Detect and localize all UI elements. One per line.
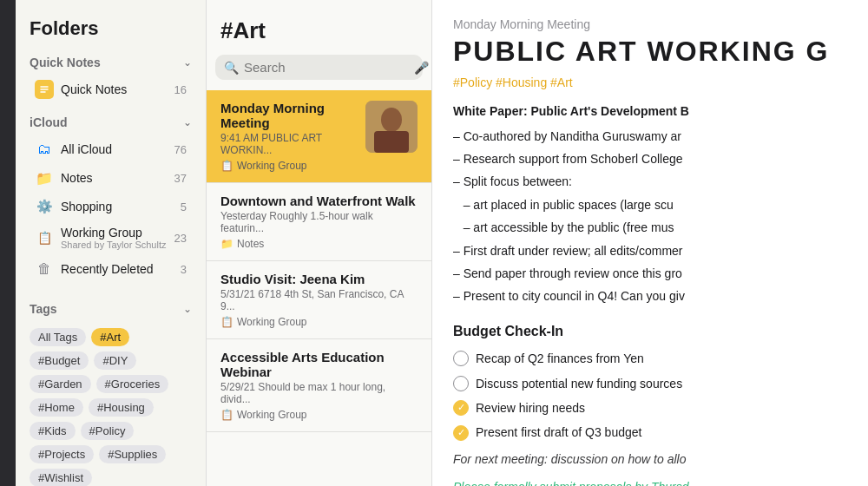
tag-projects[interactable]: #Projects — [30, 445, 94, 463]
tag-kids[interactable]: #Kids — [30, 422, 76, 440]
folder-item-quick-notes[interactable]: Quick Notes 16 — [21, 76, 201, 103]
content-title: PUBLIC ART WORKING G — [453, 36, 847, 67]
italic-note: For next meeting: discussion on how to a… — [453, 450, 847, 469]
icloud-label: iCloud — [30, 115, 68, 129]
note-card-accessible-title: Accessible Arts Education Webinar — [220, 350, 418, 379]
main-content: Monday Morning Meeting PUBLIC ART WORKIN… — [432, 0, 868, 486]
shopping-name: Shopping — [61, 200, 181, 213]
note-card-accessible-tag: 📋Working Group — [220, 409, 418, 421]
checklist-text-2: Discuss potential new funding sources — [476, 374, 682, 393]
note-card-downtown-meta: Yesterday Roughly 1.5-hour walk featurin… — [220, 210, 418, 234]
tag-supplies[interactable]: #Supplies — [99, 445, 166, 463]
left-strip — [0, 0, 16, 486]
all-icloud-icon: 🗂 — [35, 140, 54, 159]
working-group-count: 23 — [174, 232, 187, 245]
note-card-monday[interactable]: Monday Morning Meeting 9:41 AM PUBLIC AR… — [207, 90, 431, 183]
content-tags: #Policy #Housing #Art — [453, 76, 847, 89]
search-icon: 🔍 — [224, 61, 239, 75]
folder-item-shopping[interactable]: ⚙️ Shopping 5 — [21, 193, 201, 220]
folders-sidebar: Folders Quick Notes ⌄ Quick Notes 16 iCl… — [16, 0, 207, 486]
note-card-accessible[interactable]: Accessible Arts Education Webinar 5/29/2… — [207, 339, 431, 432]
working-group-name: Working Group — [61, 226, 174, 240]
icloud-section: iCloud ⌄ 🗂 All iCloud 76 📁 Notes 37 ⚙️ S… — [16, 110, 206, 283]
body-line-4: – art placed in public spaces (large scu — [453, 195, 847, 214]
checklist-item-2: Discuss potential new funding sources — [453, 374, 847, 393]
checklist-text-4: Present first draft of Q3 budget — [476, 423, 641, 442]
working-group-sub: Shared by Taylor Schultz — [61, 240, 174, 250]
mic-icon[interactable]: 🎤 — [414, 61, 429, 75]
note-card-studio-title: Studio Visit: Jeena Kim — [220, 272, 418, 286]
checklist-text-1: Recap of Q2 finances from Yen — [476, 349, 644, 368]
check-circle-4 — [453, 425, 469, 441]
trash-icon: 🗑 — [35, 259, 54, 279]
note-card-studio-meta: 5/31/21 6718 4th St, San Francisco, CA 9… — [220, 288, 418, 312]
note-card-downtown-title: Downtown and Waterfront Walk — [220, 194, 418, 208]
tags-grid: All Tags #Art #Budget #DIY #Garden #Groc… — [16, 321, 206, 486]
tags-chevron: ⌄ — [183, 303, 192, 315]
checklist-item-4: Present first draft of Q3 budget — [453, 423, 847, 442]
notes-list-title: #Art — [207, 0, 431, 55]
svg-point-2 — [381, 108, 402, 132]
body-line-7: – Send paper through review once this gr… — [453, 264, 847, 283]
white-paper-title: White Paper: Public Art's Development B — [453, 102, 847, 121]
folder-item-recently-deleted[interactable]: 🗑 Recently Deleted 3 — [21, 255, 201, 283]
content-subtitle: Monday Morning Meeting — [453, 17, 847, 31]
tag-diy[interactable]: #DIY — [94, 351, 136, 370]
checklist-item-3: Review hiring needs — [453, 398, 847, 417]
content-body: White Paper: Public Art's Development B … — [453, 102, 847, 486]
tag-housing[interactable]: #Housing — [89, 398, 154, 417]
all-icloud-name: All iCloud — [61, 142, 174, 156]
tag-all[interactable]: All Tags — [30, 328, 86, 346]
quick-notes-chevron: ⌄ — [183, 56, 192, 69]
notes-count: 37 — [174, 172, 187, 185]
note-card-monday-meta: 9:41 AM PUBLIC ART WORKIN... — [220, 132, 358, 156]
recently-deleted-count: 3 — [181, 263, 187, 276]
folders-title: Folders — [16, 0, 206, 50]
note-card-downtown[interactable]: Downtown and Waterfront Walk Yesterday R… — [207, 183, 431, 261]
note-card-downtown-tag: 📁Notes — [220, 238, 418, 250]
tag-art[interactable]: #Art — [91, 328, 129, 346]
note-card-accessible-meta: 5/29/21 Should be max 1 hour long, divid… — [220, 381, 418, 405]
shopping-count: 5 — [181, 200, 187, 213]
quick-notes-icon — [35, 80, 54, 99]
quick-notes-count: 16 — [174, 83, 187, 96]
checklist-text-3: Review hiring needs — [476, 398, 585, 417]
folder-item-working-group[interactable]: 📋 Working Group Shared by Taylor Schultz… — [21, 221, 201, 254]
check-circle-2 — [453, 376, 469, 391]
green-text: Please formally submit proposals by Thur… — [453, 477, 847, 486]
tags-section: Tags ⌄ All Tags #Art #Budget #DIY #Garde… — [16, 297, 206, 486]
body-line-2: – Research support from Schoberl College — [453, 149, 847, 168]
search-bar[interactable]: 🔍 🎤 — [215, 55, 423, 80]
notes-icon: 📁 — [35, 168, 54, 187]
tags-section-header: Tags ⌄ — [16, 297, 206, 321]
working-group-icon: 📋 — [35, 228, 54, 247]
budget-section-title: Budget Check-In — [453, 320, 847, 343]
tag-policy[interactable]: #Policy — [81, 422, 135, 440]
tags-label: Tags — [30, 302, 57, 316]
folder-item-all-icloud[interactable]: 🗂 All iCloud 76 — [21, 135, 201, 163]
note-card-studio-tag: 📋Working Group — [220, 316, 418, 328]
search-input[interactable] — [244, 60, 409, 75]
body-line-6: – First draft under review; all edits/co… — [453, 241, 847, 260]
body-line-3: – Split focus between: — [453, 172, 847, 191]
body-line-5: – art accessible by the public (free mus — [453, 218, 847, 237]
note-card-monday-title: Monday Morning Meeting — [220, 101, 358, 130]
tag-budget[interactable]: #Budget — [30, 351, 89, 370]
shopping-icon: ⚙️ — [35, 197, 54, 216]
icloud-chevron: ⌄ — [183, 116, 192, 128]
tag-garden[interactable]: #Garden — [30, 375, 91, 393]
note-card-studio[interactable]: Studio Visit: Jeena Kim 5/31/21 6718 4th… — [207, 261, 431, 339]
svg-rect-3 — [374, 131, 409, 153]
tag-home[interactable]: #Home — [30, 398, 83, 417]
note-card-monday-tag: 📋Working Group — [220, 160, 358, 172]
quick-notes-section-header: Quick Notes ⌄ — [16, 50, 206, 75]
notes-list-panel: #Art 🔍 🎤 Monday Morning Meeting 9:41 AM … — [207, 0, 432, 486]
tag-wishlist[interactable]: #Wishlist — [30, 469, 92, 486]
check-circle-1 — [453, 351, 469, 366]
checklist-item-1: Recap of Q2 finances from Yen — [453, 349, 847, 368]
tag-groceries[interactable]: #Groceries — [96, 375, 169, 393]
body-line-8: – Present to city council in Q4! Can you… — [453, 286, 847, 305]
body-line-1: – Co-authored by Nanditha Guruswamy ar — [453, 127, 847, 146]
all-icloud-count: 76 — [174, 143, 187, 156]
folder-item-notes[interactable]: 📁 Notes 37 — [21, 164, 201, 192]
